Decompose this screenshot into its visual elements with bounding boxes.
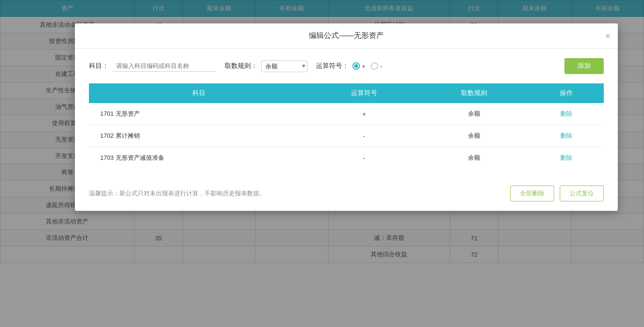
footer-buttons: 全部删除 公式复位 [510,186,604,201]
table-row: 1701 无形资产+余额删除 [89,103,604,125]
rule-select[interactable]: 余额借方发生额贷方发生额 [261,60,307,72]
rule-select-wrap: 余额借方发生额贷方发生额 ▼ [261,60,307,72]
modal-title: 编辑公式——无形资产 [309,31,384,39]
cell-action-2: 删除 [529,147,604,169]
operator-radio-group: + - [352,62,382,70]
radio-plus-circle [352,62,360,70]
delete-all-button[interactable]: 全部删除 [510,186,554,201]
delete-row-button-2[interactable]: 删除 [560,154,572,161]
form-row: 科目： 取数规则： 余额借方发生额贷方发生额 ▼ 运算符号： + [89,58,604,74]
cell-operator-2: - [309,147,419,169]
subject-label: 科目： [89,62,109,70]
formula-table-body: 1701 无形资产+余额删除1702 累计摊销-余额删除1703 无形资产减值准… [89,103,604,169]
modal-header: 编辑公式——无形资产 × [75,23,618,49]
cell-rule-2: 余额 [419,147,529,169]
table-col-运算符号: 运算符号 [309,83,419,103]
cell-operator-1: - [309,125,419,147]
operator-field: 运算符号： + - [316,62,382,70]
table-col-取数规则: 取数规则 [419,83,529,103]
rule-label: 取数规则： [225,62,257,70]
reset-formula-button[interactable]: 公式复位 [560,186,604,201]
cell-rule-1: 余额 [419,125,529,147]
table-col-操作: 操作 [529,83,604,103]
cell-subject-0: 1701 无形资产 [89,103,309,125]
formula-table-header: 科目运算符号取数规则操作 [89,83,604,103]
table-row: 1702 累计摊销-余额删除 [89,125,604,147]
modal-close-button[interactable]: × [605,31,610,41]
cell-action-1: 删除 [529,125,604,147]
cell-subject-1: 1702 累计摊销 [89,125,309,147]
table-col-科目: 科目 [89,83,309,103]
delete-row-button-0[interactable]: 删除 [560,110,572,117]
delete-row-button-1[interactable]: 删除 [560,132,572,139]
modal-body: 科目： 取数规则： 余额借方发生额贷方发生额 ▼ 运算符号： + [75,49,618,178]
radio-minus-circle [371,62,378,70]
rule-field: 取数规则： 余额借方发生额贷方发生额 ▼ [225,60,307,72]
cell-rule-0: 余额 [419,103,529,125]
radio-plus[interactable]: + [352,62,366,70]
operator-label: 运算符号： [316,62,349,70]
footer-tip: 温馨提示：新公式只对未出报表进行计算，不影响历史报表数据。 [89,189,265,198]
radio-minus[interactable]: - [371,62,382,70]
cell-subject-2: 1703 无形资产减值准备 [89,147,309,169]
subject-input[interactable] [112,60,215,72]
table-header-row: 科目运算符号取数规则操作 [89,83,604,103]
cell-action-0: 删除 [529,103,604,125]
modal: 编辑公式——无形资产 × 科目： 取数规则： 余额借方发生额贷方发生额 ▼ 运算… [75,23,618,211]
radio-minus-label: - [380,63,382,70]
modal-footer: 温馨提示：新公式只对未出报表进行计算，不影响历史报表数据。 全部删除 公式复位 [75,178,618,211]
add-button[interactable]: 添加 [564,58,604,74]
subject-field: 科目： [89,60,215,72]
table-row: 1703 无形资产减值准备-余额删除 [89,147,604,169]
radio-plus-label: + [362,63,366,70]
cell-operator-0: + [309,103,419,125]
formula-table: 科目运算符号取数规则操作 1701 无形资产+余额删除1702 累计摊销-余额删… [89,83,604,169]
